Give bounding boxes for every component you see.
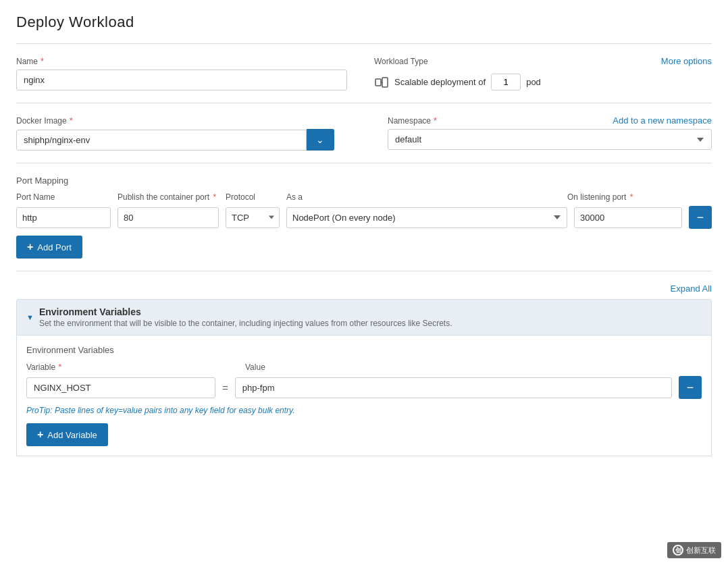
workload-type-label: Workload Type [374, 57, 428, 66]
scalable-text-after: pod [526, 77, 541, 87]
namespace-field-group: Namespace * Add to a new namespace defau… [388, 115, 712, 150]
env-variable-row: = − [26, 376, 702, 399]
watermark-icon: 创 [673, 545, 683, 556]
namespace-label: Namespace [388, 116, 431, 126]
protocol-select-wrapper: TCP UDP [226, 207, 280, 228]
port-mapping-label: Port Mapping [16, 176, 712, 186]
env-variable-input[interactable] [26, 377, 215, 398]
variable-label: Variable [26, 362, 55, 372]
port-protocol-header: Protocol [226, 192, 280, 202]
env-section-header: ▼ Environment Variables Set the environm… [16, 299, 712, 335]
scalable-row: Scalable deployment of pod [374, 74, 712, 90]
port-mapping-section: Port Mapping Port Name Publish the conta… [16, 176, 712, 259]
remove-port-button[interactable]: − [689, 206, 712, 229]
remove-variable-button[interactable]: − [679, 376, 702, 399]
add-port-plus-icon: + [27, 241, 33, 253]
env-desc: Set the environment that will be visible… [39, 319, 452, 328]
watermark: 创 创新互联 [667, 542, 721, 558]
title-divider [16, 43, 712, 44]
namespace-top: Namespace * Add to a new namespace [388, 115, 712, 126]
port-container-header: Publish the container port * [118, 192, 219, 202]
name-required-star: * [41, 56, 44, 66]
add-port-label: Add Port [37, 242, 72, 252]
expand-all-link[interactable]: Expand All [671, 284, 712, 294]
expand-all-row: Expand All [16, 284, 712, 294]
name-input[interactable] [16, 70, 347, 90]
workload-type-group: Workload Type More options Scalable depl… [374, 56, 712, 90]
name-field-group: Name * [16, 56, 347, 90]
namespace-required-star: * [434, 115, 437, 126]
docker-image-group: Docker Image * ⌄ [16, 115, 361, 151]
docker-image-input[interactable] [16, 130, 307, 151]
container-port-input[interactable] [118, 207, 219, 228]
docker-input-row: ⌄ [16, 129, 361, 151]
port-listening-header: On listening port * [567, 192, 675, 202]
scalable-text-before: Scalable deployment of [394, 77, 486, 87]
port-row: TCP UDP NodePort (On every node) Cluster… [16, 206, 712, 229]
port-env-divider [16, 271, 712, 271]
add-namespace-link[interactable]: Add to a new namespace [613, 115, 712, 126]
env-section-body: Environment Variables Variable * Value =… [16, 335, 712, 456]
add-port-button[interactable]: + Add Port [16, 236, 82, 259]
value-label: Value [245, 362, 265, 372]
svg-rect-0 [375, 79, 381, 86]
asa-select-wrapper: NodePort (On every node) ClusterIP LoadB… [286, 207, 567, 228]
port-name-input[interactable] [16, 207, 111, 228]
asa-select[interactable]: NodePort (On every node) ClusterIP LoadB… [286, 207, 567, 228]
page-title: Deploy Workload [16, 14, 712, 31]
env-section-wrapper: Expand All ▼ Environment Variables Set t… [16, 284, 712, 456]
port-name-header: Port Name [16, 192, 111, 202]
watermark-text: 创新互联 [686, 545, 716, 556]
more-options-link[interactable]: More options [661, 56, 712, 66]
docker-dropdown-button[interactable]: ⌄ [307, 129, 334, 151]
docker-namespace-divider [16, 163, 712, 163]
pod-count-input[interactable] [491, 74, 521, 90]
env-title: Environment Variables [39, 306, 452, 317]
svg-rect-1 [382, 78, 388, 87]
namespace-select-wrapper: default [388, 129, 712, 150]
env-value-input[interactable] [235, 377, 672, 398]
protocol-select[interactable]: TCP UDP [226, 207, 280, 228]
name-label: Name [16, 57, 38, 66]
docker-image-label: Docker Image [16, 116, 67, 126]
add-variable-button[interactable]: + Add Variable [26, 423, 108, 446]
scalable-icon [374, 75, 389, 90]
port-headers-row: Port Name Publish the container port * P… [16, 192, 712, 202]
add-variable-label: Add Variable [47, 430, 97, 440]
port-asa-header: As a [286, 192, 561, 202]
docker-required-star: * [70, 115, 73, 126]
protip-text: ProTip: Paste lines of key=value pairs i… [26, 406, 702, 415]
docker-namespace-row: Docker Image * ⌄ Namespace * Add to a ne… [16, 115, 712, 151]
env-chevron-icon[interactable]: ▼ [26, 313, 34, 321]
env-body-label: Environment Variables [26, 345, 702, 355]
name-workload-divider [16, 103, 712, 103]
name-workload-row: Name * Workload Type More options Scal [16, 56, 712, 90]
env-field-labels: Variable * Value [26, 362, 702, 372]
namespace-select[interactable]: default [388, 129, 712, 150]
add-variable-plus-icon: + [37, 429, 43, 441]
equals-sign: = [222, 382, 228, 394]
env-header-text: Environment Variables Set the environmen… [39, 306, 452, 328]
listening-port-input[interactable] [574, 207, 682, 228]
